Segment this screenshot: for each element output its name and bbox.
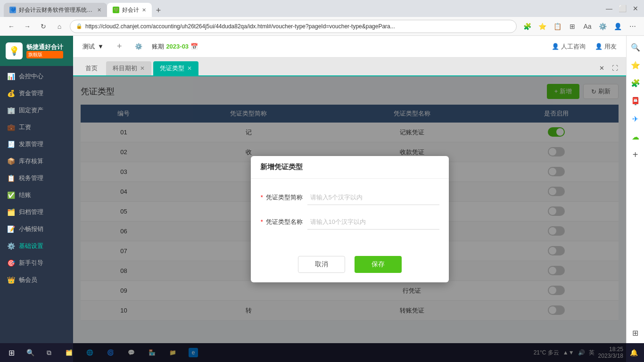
sidebar-item-archive[interactable]: 🗂️ 归档管理 [0, 204, 73, 221]
menu-icon[interactable]: ⋯ [627, 21, 638, 32]
browser-toolbar: 🧩 ⭐ 📋 ⊞ Aa ⚙️ 👤 ⋯ [521, 21, 638, 32]
form-label-name: * 凭证类型名称 [260, 218, 303, 226]
profile-icon[interactable]: 👤 [612, 21, 623, 32]
company-selector[interactable]: 测试 ▼ [79, 41, 107, 53]
dashboard-icon: 📊 [7, 72, 15, 81]
support-button[interactable]: 👤 人工咨询 [548, 41, 589, 53]
user-icon: 👤 [595, 43, 603, 50]
save-button[interactable]: 保存 [355, 256, 402, 273]
payroll-icon: 💼 [7, 123, 15, 132]
abbr-input[interactable] [307, 190, 439, 205]
tab-title-2: 好会计 [122, 6, 139, 14]
forward-button[interactable]: → [22, 21, 33, 32]
tab-bar: 💙 好会计云财务软件管理系统_会计 ✕ 💚 好会计 ✕ + [4, 0, 601, 17]
sidebar-item-label-archive: 归档管理 [19, 208, 43, 216]
favorites-icon[interactable]: ⭐ [537, 21, 548, 32]
sidebar-item-report[interactable]: 📝 小畅报销 [0, 221, 73, 238]
main-content: 凭证类型 + 新增 ↻ 刷新 编号 凭证类型简称 凭证 [73, 76, 626, 362]
report-icon: 📝 [7, 225, 15, 233]
sidebar-item-payroll[interactable]: 💼 工资 [0, 119, 73, 136]
cancel-button[interactable]: 取消 [298, 256, 345, 273]
new-tab-button[interactable]: + [152, 4, 165, 17]
refresh-button[interactable]: ↻ [38, 21, 49, 32]
start-button[interactable]: ⊞ [4, 345, 19, 360]
notification-button[interactable]: 🔔 [627, 346, 640, 359]
logo-badge: 旗舰版 [26, 51, 63, 58]
home-button[interactable]: ⌂ [54, 21, 65, 32]
invoice-icon: 🧾 [7, 140, 15, 148]
sidebar-item-label-settings: 基础设置 [19, 242, 43, 250]
sidebar-item-inventory[interactable]: 📦 库存核算 [0, 153, 73, 170]
sidebar-item-settings[interactable]: ⚙️ 基础设置 [0, 238, 73, 255]
sidebar-item-label-fixed-assets: 固定资产 [19, 106, 43, 115]
user-label: 用友 [604, 42, 617, 51]
tab-close-all-icon[interactable]: ✕ [596, 62, 607, 74]
inventory-icon: 📦 [7, 157, 15, 165]
browser-tab-2[interactable]: 💚 好会计 ✕ [107, 3, 152, 17]
sidebar: 💡 畅捷通好合计 旗舰版 📊 会控中心 💰 资金管理 🏢 固定资产 💼 工资 [0, 36, 73, 362]
content-area: 首页 科目期初 ✕ 凭证类型 ✕ ✕ ⛶ 凭证类型 [73, 58, 626, 362]
archive-icon: 🗂️ [7, 208, 15, 216]
right-outlook-icon[interactable]: 📮 [628, 93, 643, 108]
minimize-button[interactable]: — [604, 4, 614, 13]
guide-icon: 🎯 [7, 259, 15, 267]
tab-close-2[interactable]: ✕ [142, 7, 146, 13]
label-text-name: 凭证类型名称 [266, 218, 303, 225]
sidebar-item-guide[interactable]: 🎯 新手引导 [0, 255, 73, 272]
app-main: 测试 ▼ + ⚙️ 账期 2023-03 📅 👤 人工咨询 👤 用友 [73, 36, 626, 362]
browser-title-bar: 💙 好会计云财务软件管理系统_会计 ✕ 💚 好会计 ✕ + — ⬜ ✕ [0, 0, 644, 17]
name-input[interactable] [307, 214, 439, 230]
right-puzzle-icon[interactable]: 🧩 [628, 75, 643, 90]
tab-home[interactable]: 首页 [79, 61, 104, 75]
user-button[interactable]: 👤 用友 [591, 41, 620, 53]
browser-tab-1[interactable]: 💙 好会计云财务软件管理系统_会计 ✕ [4, 3, 107, 17]
sidebar-item-tax[interactable]: 📋 税务管理 [0, 170, 73, 187]
tab-expand-icon[interactable]: ⛶ [609, 62, 620, 74]
back-button[interactable]: ← [6, 21, 17, 32]
tab-subject-period-close[interactable]: ✕ [140, 65, 145, 72]
support-label: 人工咨询 [561, 42, 586, 51]
tab-voucher-type-label: 凭证类型 [160, 64, 184, 73]
right-add-icon[interactable]: + [628, 147, 643, 162]
add-company-button[interactable]: + [113, 40, 126, 53]
sidebar-item-label-tax: 税务管理 [19, 174, 43, 182]
form-row-name: * 凭证类型名称 [260, 214, 439, 230]
company-dropdown-icon: ▼ [98, 43, 104, 50]
sidebar-item-dashboard[interactable]: 📊 会控中心 [0, 68, 73, 85]
sidebar-item-label-member: 畅会员 [19, 276, 37, 284]
taskbar-search-button[interactable]: 🔍 [23, 345, 38, 360]
sidebar-item-invoice[interactable]: 🧾 发票管理 [0, 136, 73, 153]
tab-subject-period[interactable]: 科目期初 ✕ [106, 61, 151, 75]
modal-footer: 取消 保存 [251, 250, 449, 282]
tab-voucher-type[interactable]: 凭证类型 ✕ [153, 61, 198, 75]
browser-settings-icon[interactable]: ⚙️ [597, 21, 608, 32]
right-cloud-icon[interactable]: ☁ [628, 129, 643, 144]
sidebar-item-label-capital: 资金管理 [19, 89, 43, 98]
tab-subject-period-label: 科目期初 [113, 64, 137, 73]
address-bar[interactable]: 🔒 https://cloud2.chanjet.com/accounting/… [70, 20, 517, 33]
maximize-button[interactable]: ⬜ [618, 4, 627, 13]
split-icon[interactable]: ⊞ [567, 21, 578, 32]
settings-header-button[interactable]: ⚙️ [131, 41, 146, 52]
collections-icon[interactable]: 📋 [552, 21, 563, 32]
sidebar-item-label-checkout: 结账 [19, 191, 31, 199]
calendar-icon[interactable]: 📅 [190, 43, 198, 50]
right-grid-icon[interactable]: ⊞ [628, 325, 643, 340]
close-button[interactable]: ✕ [631, 4, 640, 13]
sidebar-item-member[interactable]: 👑 畅会员 [0, 272, 73, 288]
taskbar-multiview-button[interactable]: ⧉ [41, 345, 57, 360]
header-actions: 👤 人工咨询 👤 用友 [548, 41, 620, 53]
right-search-icon[interactable]: 🔍 [628, 40, 643, 55]
right-sidebar: 🔍 ⭐ 🧩 📮 ✈ ☁ + ⊞ ⚙ [626, 36, 644, 362]
sidebar-item-checkout[interactable]: ✅ 结账 [0, 187, 73, 204]
read-icon[interactable]: Aa [582, 21, 593, 32]
tab-favicon-1: 💙 [9, 7, 16, 13]
right-star-icon[interactable]: ⭐ [628, 58, 643, 73]
extensions-icon[interactable]: 🧩 [521, 21, 533, 32]
tab-close-1[interactable]: ✕ [97, 7, 101, 13]
sidebar-item-capital[interactable]: 💰 资金管理 [0, 85, 73, 102]
tab-voucher-type-close[interactable]: ✕ [187, 65, 192, 72]
right-send-icon[interactable]: ✈ [628, 111, 643, 126]
app-container: 💡 畅捷通好合计 旗舰版 📊 会控中心 💰 资金管理 🏢 固定资产 💼 工资 [0, 36, 644, 362]
sidebar-item-fixed-assets[interactable]: 🏢 固定资产 [0, 102, 73, 119]
